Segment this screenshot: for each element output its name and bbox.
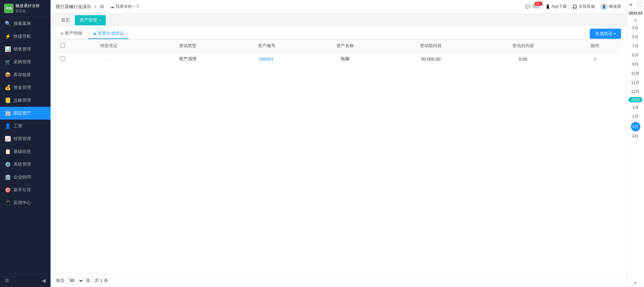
total-label: 条，共 1 条 bbox=[86, 278, 108, 284]
panel-close-icon[interactable]: ✕ bbox=[629, 2, 633, 7]
inventory-icon: 📦 bbox=[5, 72, 11, 78]
sidebar-item-operations[interactable]: 📈 经营管理 bbox=[0, 132, 51, 145]
home-tab-label: 首页 bbox=[61, 18, 70, 23]
topbar: 医疗器械行业演示 ▾ ⚙ ☁ 我要体验一下 💬 消息 99+ 📱 App下载 🎧… bbox=[51, 0, 626, 13]
col-asset-code: 资产编号 bbox=[227, 39, 306, 53]
month-item-8[interactable]: 8月 bbox=[627, 51, 644, 60]
tab-asset-management[interactable]: 资产管理 × bbox=[75, 15, 106, 25]
sidebar-item-inventory[interactable]: 📦 库存核算 bbox=[0, 68, 51, 81]
apps-icon: 📱 bbox=[5, 200, 11, 206]
experience-btn[interactable]: ☁ 我要体验一下 bbox=[110, 4, 140, 9]
service-label: 在线客服 bbox=[579, 4, 595, 9]
month-item-10[interactable]: 10月 bbox=[627, 69, 644, 78]
scroll-up-btn[interactable]: ▲ bbox=[627, 16, 644, 24]
month-item-4[interactable]: 4月 bbox=[627, 132, 644, 141]
sidebar-item-ledger[interactable]: 📒 总账管理 bbox=[0, 94, 51, 107]
sub-tab-change-voucher[interactable]: ◈ 变更生成凭证 bbox=[88, 28, 129, 39]
user-menu[interactable]: 👤 畅捷通 bbox=[600, 3, 621, 10]
row-checkbox-cell bbox=[56, 53, 69, 66]
sidebar-item-system[interactable]: ⚙️ 系统管理 bbox=[0, 158, 51, 171]
message-btn[interactable]: 💬 消息 99+ bbox=[525, 4, 540, 9]
col-checkbox bbox=[56, 39, 69, 53]
sidebar-item-quick-nav[interactable]: ⚡ 快捷导航 bbox=[0, 30, 51, 43]
sidebar-item-sales[interactable]: 📊 销售管理 bbox=[0, 43, 51, 56]
month-item-2[interactable]: 2月 bbox=[627, 112, 644, 121]
row-asset-name: 电脑 bbox=[306, 53, 385, 66]
right-panel: ✕ ⛶ 2023.03 ▲ 5月 6月 7月 8月 9月 10月 11月 12月… bbox=[626, 0, 644, 287]
sidebar-logo: AtA 畅捷通好业财 普及版 bbox=[0, 0, 51, 17]
sidebar-item-guide[interactable]: 🎯 新手引导 bbox=[0, 184, 51, 196]
col-voucher: 对应凭证 bbox=[69, 39, 148, 53]
delete-row-icon[interactable]: 🗑 bbox=[593, 56, 597, 62]
sales-icon: 📊 bbox=[5, 46, 11, 52]
panel-expand-icon[interactable]: ⛶ bbox=[637, 2, 642, 7]
per-page-select[interactable]: 50 10 20 100 bbox=[67, 277, 84, 284]
row-after-value: 0.00 bbox=[477, 53, 569, 66]
sidebar-item-purchase[interactable]: 🛒 采购管理 bbox=[0, 56, 51, 68]
sidebar-label-sales: 销售管理 bbox=[13, 46, 31, 52]
app-name: 畅捷通好业财 bbox=[16, 3, 40, 9]
sidebar-item-fixed-assets[interactable]: 🏢 固定资产 bbox=[0, 107, 51, 120]
month-item-5[interactable]: 5月 bbox=[627, 24, 644, 33]
month-item-7[interactable]: 7月 bbox=[627, 42, 644, 51]
company-dropdown-icon[interactable]: ▾ bbox=[94, 4, 96, 9]
list-icon: ≡ bbox=[61, 31, 63, 36]
sub-tab-asset-list[interactable]: ≡ 资产明细 bbox=[56, 28, 87, 39]
row-before-value: 50,000.00 bbox=[385, 53, 477, 66]
app-logo-icon: AtA bbox=[4, 4, 13, 13]
col-asset-name: 资产名称 bbox=[306, 39, 385, 53]
month-item-9[interactable]: 9月 bbox=[627, 60, 644, 69]
month-item-3-active[interactable]: 3月 bbox=[631, 122, 640, 131]
sidebar-footer: ⚙ ◀ bbox=[0, 274, 51, 287]
year-month-label: 2023.03 bbox=[627, 10, 644, 16]
table-wrap: 对应凭证 变动类型 资产编号 资产名称 变动前内容 变动后内容 操作 bbox=[51, 39, 626, 274]
pagination: 每页 50 10 20 100 条，共 1 条 bbox=[51, 274, 626, 287]
change-icon: ◈ bbox=[93, 31, 96, 36]
sidebar-label-basic-info: 基础信息 bbox=[13, 149, 31, 155]
year-tag-2023[interactable]: 2023 bbox=[628, 97, 642, 102]
tabbar: 首页 资产管理 × bbox=[51, 13, 626, 26]
sidebar-label-system: 系统管理 bbox=[13, 161, 31, 167]
month-item-1[interactable]: 1月 bbox=[627, 103, 644, 112]
col-action: 操作 bbox=[569, 39, 621, 53]
sidebar-label-apps: 应用中心 bbox=[13, 200, 31, 206]
month-item-11[interactable]: 11月 bbox=[627, 78, 644, 87]
online-service-btn[interactable]: 🎧 在线客服 bbox=[572, 4, 595, 9]
content-area: ≡ 资产明细 ◈ 变更生成凭证 生成凭证 ▾ bbox=[51, 26, 626, 287]
row-asset-code[interactable]: 000001 bbox=[227, 53, 306, 66]
sidebar-item-search[interactable]: 🔍 搜索菜单 bbox=[0, 17, 51, 30]
user-name: 畅捷通 bbox=[609, 4, 621, 9]
sidebar-item-payroll[interactable]: 👤 工资 bbox=[0, 120, 51, 132]
sidebar-item-finance[interactable]: 💰 资金管理 bbox=[0, 81, 51, 94]
table-row: -- 资产清理 000001 电脑 50,000.00 0.00 🗑 bbox=[56, 53, 621, 66]
month-item-12[interactable]: 12月 bbox=[627, 87, 644, 96]
asset-table: 对应凭证 变动类型 资产编号 资产名称 变动前内容 变动后内容 操作 bbox=[56, 39, 621, 66]
sidebar-item-basic-info[interactable]: 📋 基础信息 bbox=[0, 145, 51, 158]
sidebar-label-guide: 新手引导 bbox=[13, 187, 31, 193]
collapse-icon[interactable]: ◀ bbox=[42, 278, 46, 284]
cloud-icon: ☁ bbox=[110, 4, 114, 9]
tab-close-icon[interactable]: × bbox=[99, 18, 101, 22]
row-checkbox[interactable] bbox=[60, 56, 65, 61]
scroll-down-btn[interactable]: ▼ bbox=[627, 279, 644, 287]
month-item-6[interactable]: 6月 bbox=[627, 33, 644, 42]
generate-voucher-btn[interactable]: 生成凭证 ▾ bbox=[590, 29, 621, 39]
tab-home[interactable]: 首页 bbox=[56, 15, 75, 25]
generate-btn-arrow: ▾ bbox=[614, 32, 616, 35]
settings-gear-icon[interactable]: ⚙ bbox=[100, 4, 104, 10]
month-list: 5月 6月 7月 8月 9月 10月 11月 12月 2023 1月 2月 3月… bbox=[627, 24, 644, 279]
sidebar-item-enterprise[interactable]: 🏛️ 企业协同 bbox=[0, 171, 51, 184]
sidebar-label-ledger: 总账管理 bbox=[13, 97, 31, 103]
sidebar-label-purchase: 采购管理 bbox=[13, 59, 31, 65]
select-all-checkbox[interactable] bbox=[60, 43, 65, 48]
sidebar-item-apps[interactable]: 📱 应用中心 bbox=[0, 196, 51, 209]
settings-icon[interactable]: ⚙ bbox=[5, 278, 9, 284]
sidebar-label-payroll: 工资 bbox=[13, 123, 22, 129]
app-download-btn[interactable]: 📱 App下载 bbox=[545, 4, 567, 9]
sub-tab-asset-list-label: 资产明细 bbox=[65, 30, 82, 36]
sidebar-label-quick-nav: 快捷导航 bbox=[13, 33, 31, 39]
sidebar-label-fixed-assets: 固定资产 bbox=[13, 110, 31, 116]
sub-tab-change-voucher-label: 变更生成凭证 bbox=[98, 30, 124, 36]
enterprise-icon: 🏛️ bbox=[5, 174, 11, 180]
row-voucher: -- bbox=[69, 53, 148, 66]
